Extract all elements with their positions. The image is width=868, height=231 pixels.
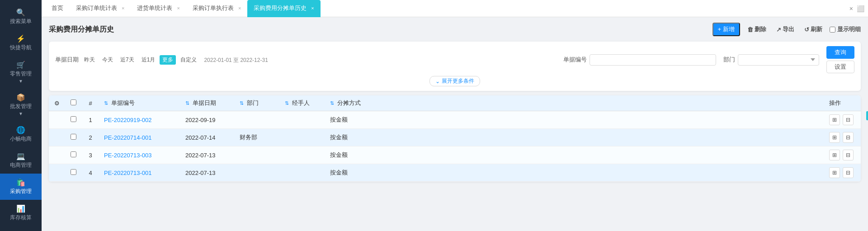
col-date[interactable]: ⇅ 单据日期 (181, 95, 235, 111)
row1-check (65, 111, 81, 129)
col-handler[interactable]: ⇅ 经手人 (280, 95, 326, 111)
col-doc-no[interactable]: ⇅ 单据编号 (99, 95, 181, 111)
sidebar-item-mini-ecom[interactable]: 🌐 小畅电商 (0, 121, 42, 147)
row2-date: 2022-07-14 (181, 129, 235, 146)
wholesale-icon: 📦 (0, 93, 42, 102)
row4-num: 4 (81, 164, 99, 182)
display-toggle-checkbox[interactable] (830, 27, 835, 33)
tab-purchase-cost-history[interactable]: 采购费用分摊单历史 × (247, 0, 320, 17)
table-header: ⚙ # ⇅ 单据编号 ⇅ 单据日期 (49, 95, 861, 111)
delete-button[interactable]: 🗑 删除 (745, 24, 769, 35)
row2-checkbox[interactable] (71, 134, 76, 140)
table-row: 1 PE-20220919-002 2022-09-19 按金额 ⊞ ⊟ (49, 111, 861, 129)
col-dept-label: 部门 (247, 99, 259, 106)
purchase-active-indicator (866, 111, 868, 120)
row1-checkbox[interactable] (71, 116, 76, 122)
expand-label: 展开更多条件 (442, 77, 474, 85)
display-toggle[interactable]: 显示明细 (830, 25, 861, 33)
doc-no-search-field: 单据编号 (563, 54, 716, 66)
add-button[interactable]: + 新增 (712, 23, 741, 36)
tab-purchase-cost-history-close[interactable]: × (311, 5, 314, 11)
row1-more-btn[interactable]: ⊟ (843, 114, 854, 125)
sidebar-item-inventory[interactable]: 📊 库存核算 (0, 200, 42, 226)
row4-check (65, 164, 81, 182)
sidebar-item-quick-nav[interactable]: ⚡ 快捷导航 (0, 30, 42, 56)
doc-no-input[interactable] (590, 54, 716, 66)
row1-edit-btn[interactable]: ⊞ (829, 114, 840, 125)
col-date-sort-icon: ⇅ (185, 100, 189, 106)
page-title-actions: + 新增 🗑 删除 ↗ 导出 ↺ 刷新 显示明细 (712, 23, 861, 36)
tab-purchase-order-stat[interactable]: 采购订单统计表 × (70, 0, 131, 17)
refresh-button[interactable]: ↺ 刷新 (802, 24, 825, 35)
data-table: ⚙ # ⇅ 单据编号 ⇅ 单据日期 (49, 95, 861, 182)
sidebar-item-retail[interactable]: 🛒 零售管理 ▼ (0, 56, 42, 89)
date-pill-last7[interactable]: 近7天 (118, 55, 137, 65)
row4-more-btn[interactable]: ⊟ (843, 167, 854, 178)
tab-purchase-order-stat-label: 采购订单统计表 (76, 4, 117, 12)
settings-button[interactable]: 设置 (826, 61, 854, 73)
sidebar-item-ecom[interactable]: 💻 电商管理 (0, 147, 42, 174)
tab-purchase-order-stat-close[interactable]: × (122, 5, 124, 11)
row4-dept (235, 164, 280, 182)
date-pill-custom[interactable]: 自定义 (178, 55, 199, 65)
row1-ops: ⊞ ⊟ (825, 111, 861, 129)
date-pill-last30[interactable]: 近1月 (139, 55, 158, 65)
dept-search-field: 部门 财务部 (723, 54, 819, 66)
row2-doc-no-link[interactable]: PE-20220714-001 (104, 134, 152, 141)
sidebar-item-wholesale[interactable]: 📦 批发管理 ▼ (0, 89, 42, 121)
tab-purchase-order-exec-close[interactable]: × (238, 5, 241, 11)
row4-checkbox[interactable] (71, 169, 76, 175)
sidebar-item-search-menu[interactable]: 🔍 搜索菜单 (0, 4, 42, 30)
expand-button[interactable]: ⌄ 展开更多条件 (429, 76, 480, 86)
date-pill-today[interactable]: 今天 (99, 55, 116, 65)
col-ops: 操作 (825, 95, 861, 111)
row1-date: 2022-09-19 (181, 111, 235, 129)
export-button[interactable]: ↗ 导出 (774, 24, 797, 35)
row1-doc-no-link[interactable]: PE-20220919-002 (104, 117, 152, 123)
row3-more-btn[interactable]: ⊟ (843, 150, 854, 160)
doc-no-label: 单据编号 (563, 56, 587, 64)
tab-purchase-goods-stat[interactable]: 进货单统计表 × (131, 0, 186, 17)
search-row: 单据日期 昨天 今天 近7天 近1月 更多 自定义 2022-01-01 至 2… (55, 46, 854, 73)
row2-handler (280, 129, 326, 146)
tab-home[interactable]: 首页 (45, 0, 70, 17)
query-button[interactable]: 查询 (826, 46, 854, 59)
tab-bar-actions: × ⬜ (849, 5, 864, 12)
row4-method: 按金额 (326, 164, 825, 182)
sidebar-item-finance[interactable]: 💰 资金管理 (0, 226, 42, 231)
row2-more-btn[interactable]: ⊟ (843, 132, 854, 143)
col-dept[interactable]: ⇅ 部门 (235, 95, 280, 111)
inventory-icon: 📊 (0, 204, 42, 213)
table-body: 1 PE-20220919-002 2022-09-19 按金额 ⊞ ⊟ (49, 111, 861, 182)
row4-edit-btn[interactable]: ⊞ (829, 167, 840, 178)
row3-edit-btn[interactable]: ⊞ (829, 150, 840, 160)
search-menu-icon: 🔍 (0, 8, 42, 17)
sidebar: 🔍 搜索菜单 ⚡ 快捷导航 🛒 零售管理 ▼ 📦 批发管理 ▼ 🌐 小畅电商 💻… (0, 0, 42, 231)
tab-purchase-order-exec[interactable]: 采购订单执行表 × (186, 0, 247, 17)
tab-purchase-goods-stat-close[interactable]: × (177, 5, 179, 11)
row3-checkbox[interactable] (71, 151, 76, 157)
sidebar-item-purchase[interactable]: 🛍️ 采购管理 (0, 174, 42, 200)
row3-doc-no-link[interactable]: PE-20220713-003 (104, 152, 152, 159)
sidebar-label-inventory: 库存核算 (0, 214, 42, 222)
sidebar-label-quick-nav: 快捷导航 (0, 44, 42, 52)
retail-expand-icon: ▼ (19, 79, 23, 84)
select-all-checkbox[interactable] (71, 99, 76, 105)
purchase-icon: 🛍️ (0, 178, 42, 187)
row3-settings (49, 146, 65, 164)
tab-maximize-icon[interactable]: ⬜ (857, 5, 864, 12)
dept-select[interactable]: 财务部 (738, 54, 819, 66)
delete-label: 删除 (755, 25, 766, 33)
row4-doc-no-link[interactable]: PE-20220713-001 (104, 170, 152, 176)
col-settings[interactable]: ⚙ (49, 95, 65, 111)
sidebar-label-wholesale: 批发管理 (0, 103, 42, 110)
col-method[interactable]: ⇅ 分摊方式 (326, 95, 825, 111)
date-pill-yesterday[interactable]: 昨天 (81, 55, 98, 65)
date-pill-more[interactable]: 更多 (160, 55, 176, 65)
sidebar-label-mini-ecom: 小畅电商 (0, 135, 42, 143)
col-date-label: 单据日期 (193, 99, 216, 106)
retail-icon: 🛒 (0, 61, 42, 69)
page-content: 采购费用分摊单历史 + 新增 🗑 删除 ↗ 导出 ↺ 刷新 显示明细 (42, 17, 868, 231)
tab-close-all-icon[interactable]: × (849, 5, 853, 12)
row2-edit-btn[interactable]: ⊞ (829, 132, 840, 143)
